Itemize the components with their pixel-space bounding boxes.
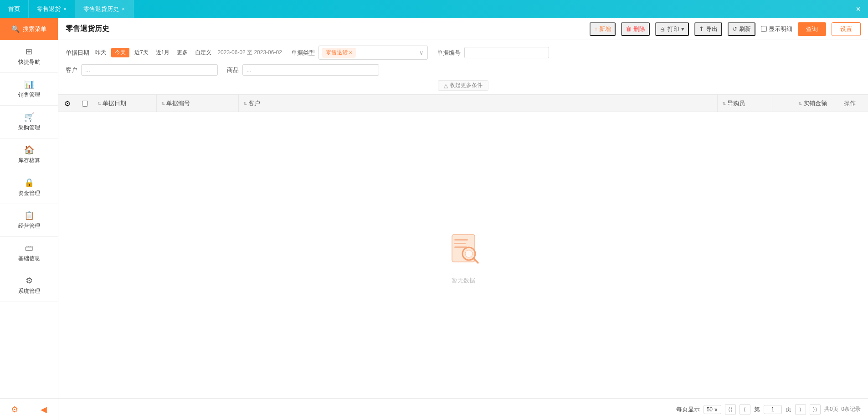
filter-goods-item: 商品 ... [227,64,379,76]
delete-button[interactable]: 🗑 删除 [621,22,650,36]
th-settings[interactable]: ⚙ [58,99,77,108]
sidebar-item-inventory[interactable]: 🏠 库存核算 [0,138,58,171]
date-btn-7days[interactable]: 近7天 [132,48,151,57]
sidebar-item-quick-nav[interactable]: ⊞ 快捷导航 [0,40,58,73]
number-filter-input[interactable] [464,47,549,58]
number-filter-label: 单据编号 [437,49,461,57]
total-info: 共0页, 0条记录 [824,405,861,413]
close-retail-return-history-tab-icon[interactable]: × [122,6,125,12]
pagination: 每页显示 50 ∨ ⟨⟨ ⟨ 第 页 ⟩ ⟩⟩ 共0页, 0条记录 [58,398,868,420]
close-retail-return-tab-icon[interactable]: × [63,6,67,12]
type-select-tag-remove-icon[interactable]: × [349,50,352,56]
date-btn-1month[interactable]: 近1月 [154,48,172,57]
customer-placeholder: ... [85,67,90,73]
new-button[interactable]: + 新增 [590,22,616,36]
customer-filter-select[interactable]: ... [81,64,218,76]
sidebar-item-operation-label: 经营管理 [18,222,40,230]
th-guide-label: 导购员 [727,99,745,108]
select-all-checkbox[interactable] [82,101,88,107]
date-range-display: 2023-06-02 至 2023-06-02 [217,49,282,56]
column-settings-icon[interactable]: ⚙ [64,99,71,108]
page-number-input[interactable] [764,405,782,414]
content-area: 零售退货历史 + 新增 🗑 删除 🖨 打印 ▾ ⬆ 导出 ↺ 刷新 [58,18,868,420]
refresh-icon: ↺ [732,26,737,32]
svg-rect-3 [454,246,467,248]
first-page-button[interactable]: ⟨⟨ [725,404,736,415]
date-btn-more[interactable]: 更多 [175,48,190,57]
sort-customer-icon: ⇅ [243,101,247,106]
setting-button[interactable]: 设置 [832,22,861,36]
purchase-mgmt-icon: 🛒 [24,112,34,122]
refresh-label: 刷新 [739,25,751,33]
export-button[interactable]: ⬆ 导出 [694,22,722,36]
per-page-value: 50 [707,406,713,413]
tab-retail-return-history[interactable]: 零售退货历史 × [75,0,134,18]
collapse-filter-button[interactable]: △ 收起更多条件 [438,80,488,91]
sales-mgmt-icon: 📊 [24,79,34,89]
sidebar-item-system-label: 系统管理 [18,287,40,295]
svg-rect-1 [454,239,468,241]
tab-home[interactable]: 首页 [0,0,29,18]
th-date[interactable]: ⇅ 单据日期 [93,95,157,112]
type-select-arrow-icon: ∨ [419,49,424,56]
main-layout: 🔍 搜索菜单 ⊞ 快捷导航 📊 销售管理 🛒 采购管理 🏠 库存核算 🔒 [0,18,868,420]
sidebar-item-system[interactable]: ⚙ 系统管理 [0,269,58,302]
sidebar-item-inventory-label: 库存核算 [18,157,40,164]
goods-filter-label: 商品 [227,66,239,74]
tab-retail-return[interactable]: 零售退货 × [29,0,75,18]
date-btn-yesterday[interactable]: 昨天 [93,48,108,57]
date-btn-today[interactable]: 今天 [111,48,129,57]
th-action: 操作 [832,95,868,112]
type-filter-select[interactable]: 零售退货 × ∨ [318,46,428,60]
sidebar-item-basic-info[interactable]: 🗃 基础信息 [0,237,58,269]
collapse-label: 收起更多条件 [450,82,483,89]
empty-text: 暂无数据 [452,277,475,285]
svg-point-6 [465,250,473,257]
sidebar-item-operation[interactable]: 📋 经营管理 [0,204,58,237]
finance-icon: 🔒 [24,178,34,188]
goods-filter-select[interactable]: ... [242,64,379,76]
sidebar-item-finance-label: 资金管理 [18,190,40,197]
date-btn-custom[interactable]: 自定义 [193,48,214,57]
tab-retail-return-history-label: 零售退货历史 [83,5,119,13]
th-customer[interactable]: ⇅ 客户 [239,95,718,112]
per-page-select[interactable]: 50 ∨ [704,405,721,414]
page-header: 零售退货历史 + 新增 🗑 删除 🖨 打印 ▾ ⬆ 导出 ↺ 刷新 [58,18,868,40]
close-all-tabs-button[interactable]: × [848,0,868,18]
th-guide[interactable]: ⇅ 导购员 [718,95,772,112]
print-button[interactable]: 🖨 打印 ▾ [655,22,689,36]
sidebar-bottom: ⚙ ◀ [0,398,58,420]
page-title: 零售退货历史 [66,24,109,34]
sidebar: 🔍 搜索菜单 ⊞ 快捷导航 📊 销售管理 🛒 采购管理 🏠 库存核算 🔒 [0,18,58,420]
th-checkbox[interactable] [77,101,93,107]
th-number[interactable]: ⇅ 单据编号 [157,95,239,112]
page-label: 第 [754,405,760,414]
next-page-button[interactable]: ⟩ [795,404,806,415]
system-icon: ⚙ [26,276,33,286]
empty-state: 暂无数据 [58,112,868,398]
inventory-icon: 🏠 [24,145,34,155]
th-date-label: 单据日期 [103,99,126,108]
table-area: ⚙ ⇅ 单据日期 ⇅ 单据编号 ⇅ 客户 ⇅ [58,95,868,398]
export-label: 导出 [706,25,718,33]
query-button[interactable]: 查询 [798,22,826,36]
refresh-button[interactable]: ↺ 刷新 [728,22,755,36]
empty-illustration [441,225,486,271]
prev-page-button[interactable]: ⟨ [740,404,750,415]
sidebar-menu: ⊞ 快捷导航 📊 销售管理 🛒 采购管理 🏠 库存核算 🔒 资金管理 📋 [0,40,58,398]
sidebar-item-finance[interactable]: 🔒 资金管理 [0,171,58,204]
collapse-sidebar-icon[interactable]: ◀ [41,405,47,415]
filter-customer-item: 客户 ... [66,64,218,76]
sort-number-icon: ⇅ [161,101,165,106]
filter-bar: 单据日期 昨天 今天 近7天 近1月 更多 自定义 2023-06-02 至 2… [58,40,868,95]
th-amount[interactable]: ⇅ 实销金额 [772,95,832,112]
filter-row-2: 客户 ... 商品 ... [66,64,861,76]
settings-bottom-icon[interactable]: ⚙ [11,405,18,415]
sidebar-item-purchase-mgmt[interactable]: 🛒 采购管理 [0,106,58,138]
filter-date-item: 单据日期 昨天 今天 近7天 近1月 更多 自定义 2023-06-02 至 2… [66,48,282,57]
sort-amount-icon: ⇅ [798,101,802,106]
last-page-button[interactable]: ⟩⟩ [810,404,821,415]
show-detail-checkbox[interactable] [761,26,767,32]
sidebar-search[interactable]: 🔍 搜索菜单 [0,18,58,40]
sidebar-item-sales-mgmt[interactable]: 📊 销售管理 [0,73,58,106]
